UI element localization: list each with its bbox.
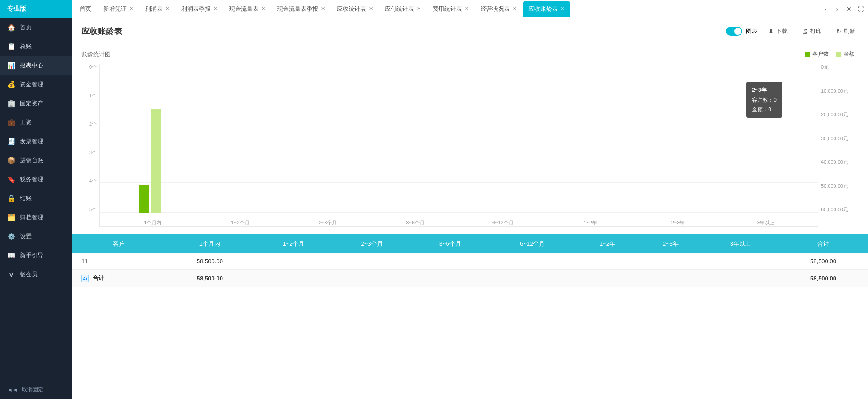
tab-cash-flow[interactable]: 现金流量表 ✕ (224, 1, 271, 17)
tab-cash-flow-quarterly-close[interactable]: ✕ (321, 6, 325, 12)
sidebar-item-sales-ledger[interactable]: 📦 进销台账 (0, 151, 72, 170)
y-left-4: 4个 (81, 178, 97, 185)
total-month23 (333, 270, 411, 287)
download-button[interactable]: ⬇ 下载 (765, 25, 791, 37)
y-left-2: 2个 (81, 121, 97, 128)
tab-receivable-stats-close[interactable]: ✕ (369, 6, 373, 12)
sidebar-item-closing[interactable]: 🔒 结账 (0, 189, 72, 208)
legend-customer-count: 客户数 (805, 50, 829, 58)
y-right-40k: 40,000.00元 (821, 159, 859, 166)
x-labels: 1个月内 1~2个月 2~3个月 3~6个月 6~12个月 1~2年 2~3年 … (100, 217, 818, 226)
cell-month23 (333, 253, 411, 270)
chart-toggle[interactable] (726, 27, 742, 36)
y-right-0: 0元 (821, 64, 859, 71)
y-right-20k: 20,000.00元 (821, 111, 859, 118)
total-month12 (255, 270, 333, 287)
tab-cash-flow-label: 现金流量表 (229, 5, 259, 13)
total-year12 (576, 270, 639, 287)
sidebar-item-invoice-mgmt[interactable]: 🧾 发票管理 (0, 132, 72, 151)
guide-icon: 📖 (7, 252, 15, 260)
tab-expense-stats-close[interactable]: ✕ (465, 6, 469, 12)
tab-operation-status-label: 经营状况表 (481, 5, 510, 13)
sidebar-item-settings[interactable]: ⚙️ 设置 (0, 227, 72, 246)
tab-operation-status-close[interactable]: ✕ (513, 6, 517, 12)
cell-year23 (639, 253, 703, 270)
tab-receivable-aging-close[interactable]: ✕ (561, 6, 565, 12)
sidebar-item-capital-mgmt[interactable]: 💰 资金管理 (0, 75, 72, 94)
tab-fullscreen-button[interactable]: ⛶ (855, 4, 866, 14)
sidebar-item-tax-mgmt[interactable]: 🔖 税务管理 (0, 170, 72, 189)
sidebar-item-report-center-label: 报表中心 (20, 62, 43, 70)
tab-profit[interactable]: 利润表 ✕ (140, 1, 175, 17)
tab-profit-quarterly-label: 利润表季报 (181, 5, 211, 13)
app-logo: 专业版 (0, 0, 72, 18)
tab-profit-quarterly[interactable]: 利润表季报 ✕ (176, 1, 223, 17)
y-left-5: 5个 (81, 206, 97, 213)
tab-profit-close[interactable]: ✕ (165, 6, 170, 12)
sidebar-item-general-ledger[interactable]: 📋 总账 (0, 37, 72, 56)
sidebar-item-new-guide[interactable]: 📖 新手引导 (0, 246, 72, 265)
bar-green-month1[interactable] (139, 185, 149, 213)
tab-prev-button[interactable]: ‹ (820, 4, 831, 14)
total-label: Ai 合计 (72, 270, 165, 287)
sidebar-item-home[interactable]: 🏠 首页 (0, 18, 72, 37)
sidebar-item-fixed-assets-label: 固定资产 (20, 100, 43, 108)
tab-payable-stats-close[interactable]: ✕ (417, 6, 421, 12)
print-button[interactable]: 🖨 打印 (798, 25, 826, 37)
x-label-month36: 3~6个月 (372, 217, 459, 226)
chart-toggle-group: 图表 (726, 27, 758, 36)
total-text: 合计 (93, 275, 104, 281)
tab-expense-stats[interactable]: 费用统计表 ✕ (427, 1, 474, 17)
refresh-icon: ↻ (836, 28, 841, 35)
legend-amount: 金额 (836, 50, 854, 58)
download-label: 下载 (776, 27, 788, 35)
total-icon: Ai (81, 275, 89, 282)
sidebar-item-salary[interactable]: 💼 工资 (0, 113, 72, 132)
tab-operation-status[interactable]: 经营状况表 ✕ (475, 1, 522, 17)
tab-new-voucher[interactable]: 新增凭证 ✕ (98, 1, 139, 17)
y-right-30k: 30,000.00元 (821, 135, 859, 142)
data-table: 客户 1个月内 1~2个月 2~3个月 3~6个月 6~12个月 1~2年 2~… (72, 234, 868, 287)
closing-icon: 🔒 (7, 195, 15, 203)
bar-group-year12 (547, 64, 634, 213)
legend-amount-dot (836, 52, 841, 57)
tab-cash-flow-close[interactable]: ✕ (261, 6, 265, 12)
x-label-year12: 1~2年 (547, 217, 634, 226)
tab-profit-quarterly-close[interactable]: ✕ (213, 6, 217, 12)
table-total-row: Ai 合计 58,500.00 58,500.00 (72, 270, 868, 287)
cell-month1: 58,500.00 (165, 253, 255, 270)
sidebar-item-fixed-assets[interactable]: 🏢 固定资产 (0, 94, 72, 113)
sidebar-item-archive-mgmt[interactable]: 🗂️ 归档管理 (0, 208, 72, 227)
tab-home[interactable]: 首页 (74, 1, 97, 17)
total-year3plus (703, 270, 778, 287)
sidebar-item-vip[interactable]: V 畅会员 (0, 265, 72, 284)
vip-icon: V (7, 271, 15, 278)
refresh-button[interactable]: ↻ 刷新 (833, 25, 859, 37)
th-month36: 3~6个月 (411, 234, 489, 253)
refresh-label: 刷新 (844, 27, 855, 35)
tax-icon: 🔖 (7, 176, 15, 184)
tab-next-button[interactable]: › (832, 4, 843, 14)
bar-group-month1 (109, 64, 197, 213)
x-label-year3plus: 3年以上 (722, 217, 809, 226)
chart-bars-area (100, 64, 818, 213)
bar-light-month1[interactable] (151, 109, 161, 213)
y-right-10k: 10,000.00元 (821, 88, 859, 95)
th-month12: 1~2个月 (255, 234, 333, 253)
tab-cash-flow-quarterly[interactable]: 现金流量表季报 ✕ (272, 1, 330, 17)
capital-icon: 💰 (7, 81, 15, 89)
tab-expense-stats-label: 费用统计表 (433, 5, 462, 13)
sidebar-pin-toggle[interactable]: ◄◄ 取消固定 (0, 380, 72, 399)
tab-close-all-button[interactable]: ✕ (844, 4, 854, 14)
tab-payable-stats[interactable]: 应付统计表 ✕ (379, 1, 426, 17)
cell-year12 (576, 253, 639, 270)
bar-group-month36 (372, 64, 459, 213)
tab-new-voucher-close[interactable]: ✕ (129, 6, 133, 12)
tab-receivable-stats[interactable]: 应收统计表 ✕ (331, 1, 378, 17)
sidebar-item-general-ledger-label: 总账 (20, 43, 32, 51)
bar-group-month612 (459, 64, 547, 213)
sidebar-item-report-center[interactable]: 📊 报表中心 (0, 56, 72, 75)
chart-title: 账龄统计图 (81, 50, 859, 58)
tab-receivable-aging[interactable]: 应收账龄表 ✕ (523, 1, 570, 17)
th-year23: 2~3年 (639, 234, 703, 253)
